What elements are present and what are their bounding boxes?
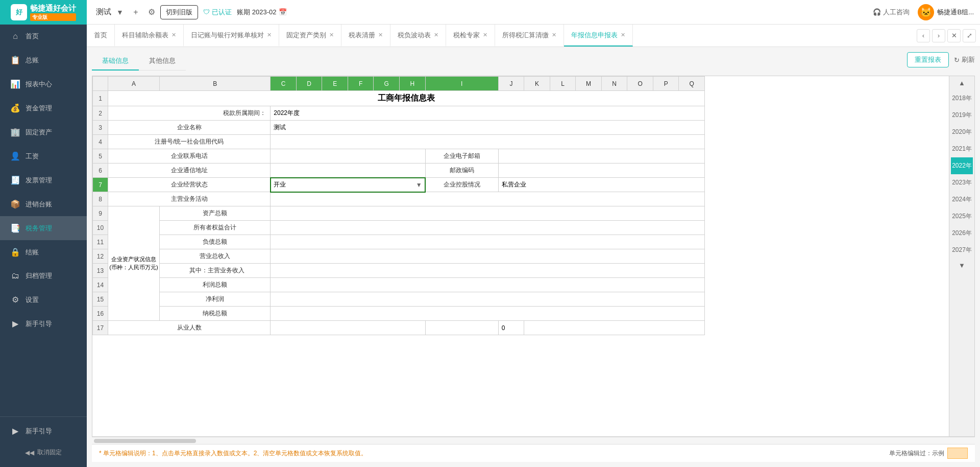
postcode-value[interactable] xyxy=(498,164,704,178)
sidebar-item-salary[interactable]: 👤 工资 xyxy=(0,144,87,168)
tab-prev-button[interactable]: ‹ xyxy=(917,29,930,42)
holding-value[interactable]: 私营企业 xyxy=(498,178,704,192)
tab-close-tax_expert[interactable]: ✕ xyxy=(483,32,487,38)
col-header-H[interactable]: H xyxy=(400,77,426,91)
sub-tab-basic[interactable]: 基础信息 xyxy=(92,52,139,71)
year-scroll-down-button[interactable]: ▼ xyxy=(949,259,974,272)
tab-next-button[interactable]: › xyxy=(932,29,945,42)
tab-assets_type[interactable]: 固定资产类别✕ xyxy=(279,25,341,46)
email-value[interactable] xyxy=(498,149,704,164)
year-item-2019[interactable]: 2019年 xyxy=(951,107,973,124)
reg-no-value[interactable] xyxy=(271,135,705,149)
tab-close-income_tax[interactable]: ✕ xyxy=(552,32,556,38)
tab-close-all-button[interactable]: ✕ xyxy=(947,29,961,42)
tab-close-assets_type[interactable]: ✕ xyxy=(329,32,334,38)
calendar-icon[interactable]: 📅 xyxy=(279,8,287,16)
sidebar-item-report[interactable]: 📊 报表中心 xyxy=(0,72,87,96)
gear-icon[interactable]: ⚙ xyxy=(148,7,155,17)
sidebar-item-inout[interactable]: 📦 进销台账 xyxy=(0,192,87,216)
year-item-2023[interactable]: 2023年 xyxy=(951,174,973,191)
col-header-N[interactable]: N xyxy=(601,77,627,91)
refresh-button[interactable]: ↻ 刷新 xyxy=(954,55,975,64)
dropdown-arrow-icon[interactable]: ▼ xyxy=(116,8,124,16)
sub-tab-other[interactable]: 其他信息 xyxy=(139,52,186,71)
year-item-2026[interactable]: 2026年 xyxy=(951,225,973,242)
tab-tax_wave[interactable]: 税负波动表✕ xyxy=(390,25,446,46)
col-header-J[interactable]: J xyxy=(498,77,524,91)
tab-expand-button[interactable]: ⤢ xyxy=(963,29,976,42)
sidebar-item-ledger[interactable]: 📋 总账 xyxy=(0,48,87,72)
sidebar-item-guide[interactable]: ▶ 新手引导 xyxy=(0,312,87,336)
total-assets-value[interactable] xyxy=(271,206,705,221)
period-value-cell[interactable]: 2022年度 xyxy=(271,106,705,121)
year-item-2021[interactable]: 2021年 xyxy=(951,141,973,157)
user-area[interactable]: 🐱 畅捷通B组... xyxy=(918,4,974,20)
employees-value[interactable] xyxy=(271,321,425,335)
sidebar-item-close[interactable]: 🔒 结账 xyxy=(0,240,87,264)
year-item-2027[interactable]: 2027年 xyxy=(951,242,973,259)
spreadsheet[interactable]: ABCDEFGHIJKLMNOPQ 1 工商年报信息表 2 税款所属期间： 20… xyxy=(92,76,949,436)
col-header-G[interactable]: G xyxy=(374,77,400,91)
year-item-2022[interactable]: 2022年 xyxy=(951,157,973,174)
tab-journal[interactable]: 日记账与银行对账单核对✕ xyxy=(184,25,279,46)
tab-close-annual_report[interactable]: ✕ xyxy=(621,32,625,38)
col-header-P[interactable]: P xyxy=(653,77,679,91)
col-header-M[interactable]: M xyxy=(576,77,602,91)
profit-value[interactable] xyxy=(271,278,705,292)
tab-close-tax_table[interactable]: ✕ xyxy=(378,32,383,38)
year-item-2018[interactable]: 2018年 xyxy=(951,90,973,107)
col-header-F[interactable]: F xyxy=(348,77,374,91)
sidebar-item-guide[interactable]: ▶ 新手引导 xyxy=(0,419,87,443)
col-header-I[interactable]: I xyxy=(425,77,498,91)
tab-close-journal[interactable]: ✕ xyxy=(267,32,272,38)
tab-aux[interactable]: 科目辅助余额表✕ xyxy=(115,25,184,46)
sidebar-item-funds[interactable]: 💰 资金管理 xyxy=(0,96,87,120)
title-cell[interactable]: 工商年报信息表 xyxy=(108,91,705,106)
col-header-L[interactable]: L xyxy=(550,77,576,91)
tab-tax_expert[interactable]: 税检专家✕ xyxy=(446,25,495,46)
col-header-Q[interactable]: Q xyxy=(679,77,705,91)
main-biz-value[interactable] xyxy=(271,192,705,206)
support-button[interactable]: 🎧 人工咨询 xyxy=(873,8,910,17)
year-item-2025[interactable]: 2025年 xyxy=(951,208,973,225)
sidebar-item-assets[interactable]: 🏢 固定资产 xyxy=(0,120,87,144)
tab-home[interactable]: 首页 xyxy=(87,25,115,46)
year-item-2024[interactable]: 2024年 xyxy=(951,191,973,208)
tab-close-tax_wave[interactable]: ✕ xyxy=(434,32,438,38)
tab-annual_report[interactable]: 年报信息申报表✕ xyxy=(564,25,633,46)
phone-value[interactable] xyxy=(271,149,425,164)
dropdown-arrow-icon[interactable]: ▼ xyxy=(416,181,422,189)
h-scroll-area[interactable] xyxy=(92,437,975,444)
unpin-button[interactable]: ◀◀ 取消固定 xyxy=(0,443,87,462)
reset-report-button[interactable]: 重置报表 xyxy=(907,52,949,67)
employees-num-value[interactable]: 0 xyxy=(498,321,524,335)
switch-old-button[interactable]: 切到旧版 xyxy=(160,5,198,19)
net-profit-value[interactable] xyxy=(271,292,705,307)
sidebar-item-home[interactable]: ⌂ 首页 xyxy=(0,25,87,48)
add-tab-button[interactable]: + xyxy=(129,5,143,19)
tax-total-value[interactable] xyxy=(271,307,705,321)
address-value[interactable] xyxy=(271,164,425,178)
revenue-value[interactable] xyxy=(271,249,705,264)
year-item-2020[interactable]: 2020年 xyxy=(951,124,973,141)
tab-tax_table[interactable]: 税表清册✕ xyxy=(341,25,390,46)
sidebar-item-settings[interactable]: ⚙ 设置 xyxy=(0,288,87,312)
biz-status-value[interactable]: 开业 ▼ xyxy=(271,178,425,192)
sidebar-item-tax[interactable]: 📑 税务管理 xyxy=(0,216,87,240)
col-header-B[interactable]: B xyxy=(160,77,271,91)
sidebar-item-archive[interactable]: 🗂 归档管理 xyxy=(0,264,87,288)
h-scroll-thumb[interactable] xyxy=(94,439,196,443)
sidebar-item-invoice[interactable]: 🧾 发票管理 xyxy=(0,168,87,192)
col-header-E[interactable]: E xyxy=(322,77,348,91)
main-revenue-value[interactable] xyxy=(271,264,705,278)
col-header-K[interactable]: K xyxy=(524,77,550,91)
col-header-A[interactable]: A xyxy=(108,77,160,91)
company-name-value[interactable]: 测试 xyxy=(271,121,705,135)
col-header-C[interactable]: C xyxy=(271,77,297,91)
year-scroll-up-button[interactable]: ▲ xyxy=(949,76,974,90)
liabilities-value[interactable] xyxy=(271,235,705,249)
col-header-O[interactable]: O xyxy=(627,77,653,91)
equity-value[interactable] xyxy=(271,221,705,235)
col-header-D[interactable]: D xyxy=(296,77,322,91)
tab-income_tax[interactable]: 所得税汇算清缴✕ xyxy=(495,25,564,46)
